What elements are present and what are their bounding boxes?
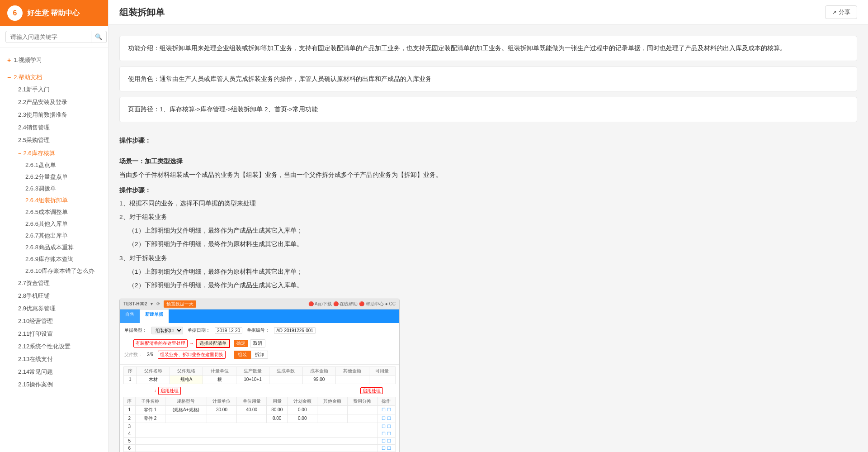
td2-name-1: 零件 1 bbox=[135, 405, 165, 414]
sidebar-item-video[interactable]: + 1.视频学习 bbox=[7, 54, 101, 66]
sidebar-item-inventory[interactable]: − 2.6库存核算 bbox=[14, 147, 101, 159]
screenshot-cancel-btn[interactable]: 取消 bbox=[250, 339, 265, 347]
sidebar-item-online-pay[interactable]: 2.13在线支付 bbox=[14, 353, 101, 366]
main-area: 组装拆卸单 ↗ 分享 功能介绍：组装拆卸单用来处理企业组装或拆卸等加工业务，支持… bbox=[108, 0, 868, 452]
screenshot-company: TEST-H002 bbox=[123, 301, 147, 306]
td2-other-1 bbox=[317, 405, 347, 414]
sidebar-item-ops-mgmt[interactable]: 2.10经营管理 bbox=[14, 315, 101, 328]
sidebar-item-other-in[interactable]: 2.6.6其他入库单 bbox=[22, 218, 101, 230]
td-parent-name: 木材 bbox=[137, 375, 170, 384]
sidebar-item-transfer[interactable]: 2.6.3调拨单 bbox=[22, 183, 101, 195]
role-text: 使用角色：通常由生产人员或库管人员完成拆装业务的操作，库管人员确认原材料的出库和… bbox=[128, 76, 432, 82]
td2-ops-5[interactable]: ☐ ☐ bbox=[377, 437, 395, 444]
share-icon: ↗ bbox=[832, 9, 837, 16]
page-title: 组装拆卸单 bbox=[119, 6, 165, 19]
sidebar-item-partial-stocktake[interactable]: 2.6.2分量盘点单 bbox=[22, 171, 101, 183]
screenshot-tab-home[interactable]: 自售 bbox=[120, 309, 140, 323]
td2-ops-2[interactable]: ☐ ☐ bbox=[377, 414, 395, 423]
sidebar-item-finance[interactable]: 2.7资金管理 bbox=[14, 277, 101, 290]
td2-plan-1: 0.00 bbox=[288, 405, 317, 414]
share-button[interactable]: ↗ 分享 bbox=[825, 5, 857, 19]
steps-title-2: 操作步骤： bbox=[119, 186, 857, 195]
sidebar-docs-subitems: 2.1新手入门 2.2产品安装及登录 2.3使用前数据准备 2.4销售管理 2.… bbox=[7, 83, 101, 391]
td2-uqty-1: 40.00 bbox=[237, 405, 267, 414]
sidebar-item-mobile[interactable]: 2.8手机旺铺 bbox=[14, 290, 101, 302]
screenshot-tab-new[interactable]: 新建单据 bbox=[140, 309, 169, 323]
th-available: 可用量 bbox=[369, 366, 395, 375]
td2-ops-1[interactable]: ☐ ☐ bbox=[377, 405, 395, 414]
form-type-select[interactable]: 组装拆卸 bbox=[151, 327, 183, 334]
th2-qty: 用量 bbox=[267, 397, 288, 405]
step-3-1: （1）上部明细为父件明细，最终作为原材料生成其它出库单； bbox=[119, 266, 857, 277]
main-content: 功能介绍：组装拆卸单用来处理企业组装或拆卸等加工业务，支持有固定装配清单的产品加… bbox=[108, 25, 868, 452]
th-cost-amt: 成本金额 bbox=[302, 366, 335, 375]
sidebar-item-docs[interactable]: − 2.帮助文档 bbox=[7, 71, 101, 83]
plus-icon: + bbox=[7, 57, 11, 64]
td2-alloc-1 bbox=[347, 405, 377, 414]
sidebar-inventory-children: 2.6.1盘点单 2.6.2分量盘点单 2.6.3调拨单 2.6.4组装拆卸单 … bbox=[14, 159, 101, 277]
sidebar-item-ledger-fix[interactable]: 2.6.10库存账本错了怎么办 bbox=[22, 265, 101, 277]
td2-ops-3[interactable]: ☐ ☐ bbox=[377, 423, 395, 430]
share-label: 分享 bbox=[839, 8, 850, 16]
search-input[interactable] bbox=[5, 31, 91, 43]
sidebar-item-data-prep[interactable]: 2.3使用前数据准备 bbox=[14, 109, 101, 121]
arrow-1: → bbox=[189, 341, 194, 346]
table-row: 2 零件 2 0.00 0.00 ☐ ☐ bbox=[124, 414, 396, 423]
form-type-label: 单据类型： bbox=[124, 327, 147, 333]
th-other-amt: 其他金额 bbox=[336, 366, 369, 375]
sidebar-item-cost-adjust[interactable]: 2.6.5成本调整单 bbox=[22, 206, 101, 218]
tab-assembly[interactable]: 组装 bbox=[234, 351, 251, 359]
sidebar-nav: + 1.视频学习 − 2.帮助文档 2.1新手入门 2.2产品安装及登录 2.3… bbox=[0, 48, 108, 452]
td2-qty-2: 0.00 bbox=[267, 414, 288, 423]
td-doc-qty bbox=[269, 375, 302, 384]
th-unit: 计量单位 bbox=[203, 366, 236, 375]
td-seq: 1 bbox=[124, 375, 137, 384]
sidebar-item-sales[interactable]: 2.4销售管理 bbox=[14, 121, 101, 134]
td-other-amt bbox=[336, 375, 369, 384]
td2-ops-6[interactable]: ☐ ☐ bbox=[377, 444, 395, 452]
sidebar-header: 6 好生意 帮助中心 bbox=[0, 0, 108, 26]
th2-alloc: 费用分摊 bbox=[347, 397, 377, 405]
td2-plan-2: 0.00 bbox=[288, 414, 317, 423]
th2-unit-qty: 单位用量 bbox=[237, 397, 267, 405]
app-title: 好生意 帮助中心 bbox=[27, 9, 80, 18]
td2-empty-4 bbox=[135, 430, 377, 437]
sidebar-item-newbie[interactable]: 2.1新手入门 bbox=[14, 83, 101, 96]
td2-ops-4[interactable]: ☐ ☐ bbox=[377, 430, 395, 437]
th2-plan-amt: 计划金额 bbox=[288, 397, 317, 405]
td2-empty-5 bbox=[135, 437, 377, 444]
sidebar-item-other-out[interactable]: 2.6.7其他出库单 bbox=[22, 230, 101, 242]
sidebar-item-stocktake[interactable]: 2.6.1盘点单 bbox=[22, 159, 101, 171]
td2-seq-5: 5 bbox=[124, 437, 136, 444]
th-prod-qty: 生产数量 bbox=[236, 366, 269, 375]
form-sub-val: 2/6 bbox=[147, 352, 153, 357]
td2-unit-1: 30.00 bbox=[207, 405, 236, 414]
sidebar-item-docs-label: 2.帮助文档 bbox=[14, 73, 42, 81]
sidebar-item-customize[interactable]: 2.12系统个性化设置 bbox=[14, 340, 101, 353]
screenshot-annotation-4-row: ↓ 启用处理 启用处理 bbox=[120, 386, 399, 397]
sidebar-item-coupon[interactable]: 2.9优惠券管理 bbox=[14, 302, 101, 315]
table-row: 3 ☐ ☐ bbox=[124, 423, 396, 430]
tab-disassembly[interactable]: 拆卸 bbox=[251, 351, 268, 359]
sidebar-item-faq[interactable]: 2.14常见问题 bbox=[14, 366, 101, 378]
form-number-value: AD-20191226-001 bbox=[274, 327, 316, 334]
sidebar-item-cost-recalc[interactable]: 2.6.8商品成本重算 bbox=[22, 242, 101, 253]
sidebar-item-cases[interactable]: 2.15操作案例 bbox=[14, 378, 101, 391]
screenshot-confirm-btn[interactable]: 确定 bbox=[234, 340, 248, 347]
th-doc-qty: 生成单数 bbox=[269, 366, 302, 375]
table-row: 6 ☐ ☐ bbox=[124, 444, 396, 452]
td2-seq-3: 3 bbox=[124, 423, 136, 430]
td2-other-2 bbox=[317, 414, 347, 423]
sidebar-item-assembly[interactable]: 2.6.4组装拆卸单 bbox=[22, 195, 101, 206]
step-2-1: （1）上部明细为父件明细，最终作为产成品生成其它入库单； bbox=[119, 225, 857, 236]
sidebar-item-ledger-query[interactable]: 2.6.9库存账本查询 bbox=[22, 253, 101, 265]
minus-icon-2: − bbox=[18, 150, 22, 157]
sidebar-item-purchase[interactable]: 2.5采购管理 bbox=[14, 134, 101, 147]
td2-qty-1: 80.00 bbox=[267, 405, 288, 414]
sidebar-item-print[interactable]: 2.11打印设置 bbox=[14, 328, 101, 340]
sidebar-item-install[interactable]: 2.2产品安装及登录 bbox=[14, 96, 101, 109]
screenshot-upper-table: 序 父件名称 父件规格 计量单位 生产数量 生成单数 成本金额 其他金额 可用量 bbox=[120, 365, 399, 386]
sidebar-item-inventory-label: 2.6库存核算 bbox=[24, 149, 55, 157]
search-button[interactable]: 🔍 bbox=[91, 31, 107, 43]
annotation-1: 有装配清单的在这里处理 bbox=[133, 339, 188, 347]
